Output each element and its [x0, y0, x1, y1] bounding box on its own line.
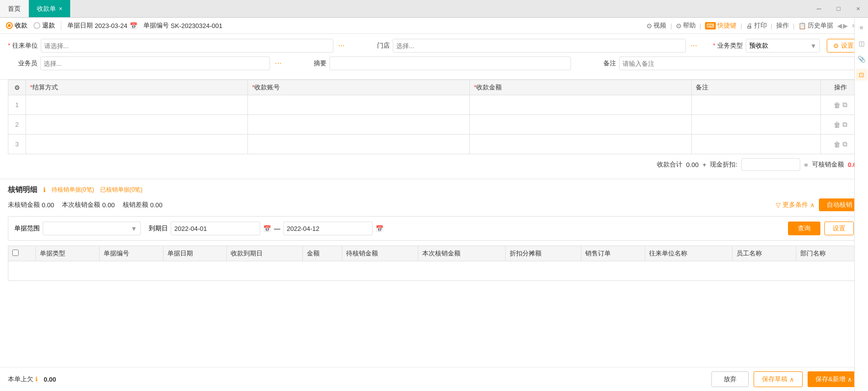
table-settings-col[interactable]: ⚙: [8, 80, 26, 95]
remark-2[interactable]: [692, 115, 821, 135]
print-label: 打印: [754, 21, 767, 30]
tab-close-icon[interactable]: ×: [59, 5, 62, 12]
scope-select[interactable]: [43, 222, 141, 235]
number-label: 单据编号: [143, 21, 169, 30]
toolbar: 收款 退款 单据日期 2023-03-24 📅 单据编号 SK-20230324…: [0, 18, 868, 34]
help-button[interactable]: ⊙ 帮助: [676, 21, 696, 30]
panel-icon-2[interactable]: ◫: [856, 37, 868, 49]
copy-row-3-icon[interactable]: ⧉: [842, 140, 847, 148]
pending-tab[interactable]: 待核销单据(0笔): [52, 186, 94, 194]
minimize-button[interactable]: ─: [809, 0, 829, 18]
amount-2[interactable]: [470, 115, 692, 135]
video-button[interactable]: ⊙ 视频: [647, 21, 666, 30]
radio-receipt[interactable]: 收款: [6, 21, 27, 30]
toolbar-divider: [61, 21, 61, 30]
print-icon: 🖨: [746, 22, 753, 29]
table-header-row: ⚙ *结算方式 *收款账号 *收款金额 备注 操作: [8, 80, 860, 95]
biz-type-field: * 业务类型 预收款 ▼ ⚙ 设置: [713, 39, 860, 53]
radio-refund[interactable]: 退款: [33, 21, 55, 30]
row-num-2: 2: [8, 115, 26, 135]
col-dept: 部门名称: [796, 246, 860, 261]
account-3[interactable]: [248, 135, 470, 154]
table-row: 2 🗑 ⧉: [8, 115, 860, 135]
copy-row-2-icon[interactable]: ⧉: [842, 120, 847, 129]
select-all-checkbox[interactable]: [12, 250, 19, 256]
radio-refund-label: 退款: [42, 21, 55, 30]
biz-type-value: 预收款: [749, 41, 810, 50]
delete-row-3-icon[interactable]: 🗑: [834, 140, 841, 148]
settlement-3[interactable]: [26, 135, 248, 154]
operation-button[interactable]: 操作: [776, 21, 789, 30]
settlement-1[interactable]: [26, 95, 248, 115]
nav-next-icon[interactable]: ▶: [843, 22, 848, 29]
counterpart-input[interactable]: [41, 39, 333, 53]
scope-select-wrap: ▼: [43, 222, 141, 235]
account-1[interactable]: [248, 95, 470, 115]
save-new-arrow: ∧: [847, 376, 852, 383]
history-button[interactable]: 📋 历史单据: [798, 21, 833, 30]
col-doc-date: 单据日期: [163, 246, 227, 261]
shortcut-button[interactable]: ⌨ 快捷键: [705, 21, 736, 30]
amount-3[interactable]: [470, 135, 692, 154]
video-icon: ⊙: [647, 22, 652, 29]
store-more-icon[interactable]: ···: [691, 41, 697, 50]
save-draft-button[interactable]: 保存草稿 ∧: [754, 371, 803, 387]
filter-setting-button[interactable]: 设置: [824, 222, 854, 235]
tab-receipt[interactable]: 收款单 ×: [29, 0, 70, 17]
save-new-button[interactable]: 保存&新增 ∧: [808, 371, 860, 387]
radio-receipt-circle: [6, 22, 13, 29]
form-row-1: * 往来单位 ··· 门店 ··· * 业务类型 预收款 ▼ ⚙: [8, 39, 860, 53]
table-row: 1 🗑 ⧉: [8, 95, 860, 115]
remark-1[interactable]: [692, 95, 821, 115]
tab-home[interactable]: 首页: [0, 0, 29, 17]
copy-row-1-icon[interactable]: ⧉: [842, 101, 847, 109]
counterpart-more-icon[interactable]: ···: [338, 41, 345, 50]
delete-row-1-icon[interactable]: 🗑: [834, 101, 841, 109]
staff-field: 业务员 ···: [8, 56, 281, 70]
query-button[interactable]: 查询: [788, 222, 820, 235]
panel-icon-1[interactable]: ≡: [856, 22, 868, 33]
biz-type-select-wrap[interactable]: 预收款 ▼: [746, 39, 820, 53]
more-conditions-label: 更多条件: [783, 200, 808, 209]
current-stat: 本次核销金额 0.00: [62, 200, 114, 209]
summary-field: 摘要: [297, 56, 570, 70]
calendar-icon[interactable]: 📅: [130, 22, 137, 29]
date-to-input[interactable]: [283, 222, 373, 235]
remark-input[interactable]: [619, 56, 860, 70]
calendar-from-icon[interactable]: 📅: [263, 225, 271, 232]
calendar-to-icon[interactable]: 📅: [376, 225, 383, 232]
settlement-2[interactable]: [26, 115, 248, 135]
date-field: 单据日期 2023-03-24 📅: [67, 21, 137, 30]
staff-more-icon[interactable]: ···: [275, 59, 281, 68]
panel-icon-4[interactable]: ⊡: [856, 69, 868, 81]
current-value: 0.00: [102, 201, 114, 209]
col-pending: 待核销金额: [342, 246, 418, 261]
summary-label: 摘要: [297, 59, 326, 68]
verified-tab[interactable]: 已核销单据(0笔): [100, 186, 143, 194]
window-close-button[interactable]: ×: [848, 0, 868, 18]
panel-icon-3[interactable]: 📎: [856, 53, 868, 65]
delete-row-2-icon[interactable]: 🗑: [834, 121, 841, 129]
verif-info-icon[interactable]: ℹ: [43, 186, 46, 194]
store-input[interactable]: [393, 39, 686, 53]
date-value: 2023-03-24: [95, 22, 128, 29]
maximize-button[interactable]: □: [829, 0, 848, 18]
tab-home-label: 首页: [8, 4, 21, 13]
print-button[interactable]: 🖨 打印: [746, 21, 767, 30]
nav-prev-icon[interactable]: ◀: [837, 22, 842, 29]
remark-3[interactable]: [692, 135, 821, 154]
total-value: 0.00: [44, 376, 56, 383]
discount-label: 现金折扣:: [710, 160, 737, 169]
staff-input[interactable]: [40, 56, 270, 70]
abandon-button[interactable]: 放弃: [711, 371, 749, 387]
summary-input[interactable]: [329, 56, 570, 70]
amount-1[interactable]: [470, 95, 692, 115]
discount-input[interactable]: [741, 158, 800, 171]
shortcut-icon: ⌨: [705, 22, 716, 29]
chevron-up-icon: ∧: [810, 201, 815, 209]
col-account: *收款账号: [248, 80, 470, 95]
account-2[interactable]: [248, 115, 470, 135]
verif-header: 核销明细 ℹ 待核销单据(0笔) 已核销单据(0笔): [8, 185, 860, 195]
date-from-input[interactable]: [171, 222, 260, 235]
more-conditions-button[interactable]: ▽ 更多条件 ∧: [776, 200, 815, 209]
